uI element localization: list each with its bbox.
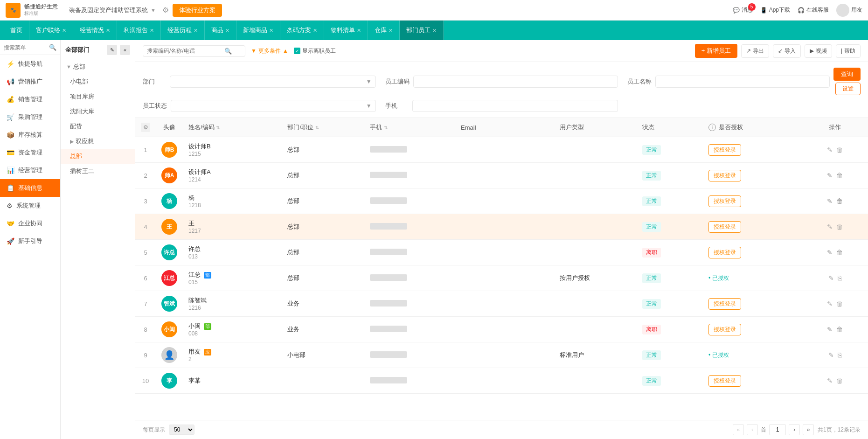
view-btn[interactable]: ▶ 视频 — [805, 44, 832, 58]
sidebar-search-input[interactable] — [4, 44, 47, 51]
tab-operation-close[interactable]: ✕ — [106, 28, 110, 34]
delete-icon-2[interactable]: 🗑 — [836, 172, 843, 179]
next-page-btn[interactable]: › — [789, 424, 800, 435]
tab-dept-employee[interactable]: 部门员工✕ — [400, 21, 444, 40]
delete-icon-5[interactable]: 🗑 — [836, 249, 843, 256]
filter-empname-input[interactable] — [655, 76, 830, 88]
auth-btn-1[interactable]: 授权登录 — [708, 144, 741, 156]
name-sort-icon[interactable]: ⇅ — [216, 125, 220, 130]
settings-gear-icon[interactable]: ⚙ — [162, 6, 169, 14]
phone-sort-icon[interactable]: ⇅ — [384, 125, 388, 130]
tree-header-edit-icon[interactable]: ✎ — [107, 45, 117, 55]
tree-header-collapse-icon[interactable]: « — [120, 45, 130, 55]
auth-btn-3[interactable]: 授权登录 — [708, 195, 741, 207]
add-employee-btn[interactable]: + 新增员工 — [695, 44, 737, 58]
help-btn[interactable]: | 帮助 — [836, 44, 861, 58]
tree-item-project[interactable]: 项目库房 — [61, 89, 135, 104]
tab-new-goods-close[interactable]: ✕ — [269, 28, 273, 34]
copy-icon-9[interactable]: ⎘ — [838, 351, 841, 359]
search-icon[interactable]: 🔍 — [224, 48, 232, 55]
col-phone-header[interactable]: 手机 ⇅ — [364, 118, 455, 137]
filter-dept-select[interactable]: ▼ — [170, 76, 376, 88]
col-name-header[interactable]: 姓名/编码 ⇅ — [183, 118, 282, 137]
tab-dept-employee-close[interactable]: ✕ — [432, 28, 437, 34]
delete-icon-3[interactable]: 🗑 — [836, 197, 843, 205]
auth-btn-2[interactable]: 授权登录 — [708, 170, 741, 181]
auth-btn-7[interactable]: 授权登录 — [708, 298, 741, 310]
per-page-select[interactable]: 50 100 — [169, 425, 194, 435]
sidebar-item-collab[interactable]: 🤝 企业协同 — [0, 215, 60, 232]
tab-bom-close[interactable]: ✕ — [357, 28, 361, 34]
tree-item-zongbu-root[interactable]: ▼ 总部 — [61, 59, 135, 74]
tab-bom[interactable]: 物料清单✕ — [324, 21, 368, 40]
tab-warehouse-close[interactable]: ✕ — [389, 28, 393, 34]
th-gear-btn[interactable]: ⚙ — [141, 123, 150, 132]
system-dropdown-arrow[interactable]: ▼ — [151, 7, 156, 13]
delete-icon-1[interactable]: 🗑 — [836, 146, 843, 153]
tab-barcode[interactable]: 条码方案✕ — [280, 21, 324, 40]
filter-phone-input[interactable] — [412, 100, 618, 112]
tab-home[interactable]: 首页 — [4, 21, 29, 40]
tab-profit[interactable]: 利润报告✕ — [117, 21, 161, 40]
tab-new-goods[interactable]: 新增商品✕ — [236, 21, 280, 40]
sidebar-item-quick-nav[interactable]: ⚡ 快捷导航 — [0, 55, 60, 73]
tab-history-close[interactable]: ✕ — [194, 28, 198, 34]
tab-operation[interactable]: 经营情况✕ — [73, 21, 117, 40]
filter-empcode-input[interactable] — [413, 76, 618, 88]
show-resigned-wrap[interactable]: ✓ 显示离职员工 — [294, 47, 336, 55]
edit-icon-4[interactable]: ✎ — [827, 223, 833, 230]
dept-sort-icon[interactable]: ⇅ — [315, 125, 319, 130]
edit-icon-9[interactable]: ✎ — [828, 351, 834, 359]
tree-item-shuangying[interactable]: ▶ 双应想 — [61, 134, 135, 149]
message-btn[interactable]: 💬 消息 5 — [733, 6, 753, 14]
sidebar-item-inventory[interactable]: 📦 库存核算 — [0, 126, 60, 144]
tree-item-peihuo[interactable]: 配货 — [61, 119, 135, 134]
tab-customer-close[interactable]: ✕ — [62, 28, 66, 34]
prev-page-btn[interactable]: ‹ — [747, 424, 758, 435]
edit-icon-5[interactable]: ✎ — [827, 249, 833, 256]
page-input[interactable] — [769, 424, 786, 435]
delete-icon-7[interactable]: 🗑 — [836, 300, 843, 307]
tab-goods[interactable]: 商品✕ — [205, 21, 236, 40]
last-page-btn[interactable]: » — [803, 424, 814, 435]
more-filter-btn[interactable]: ▼ 更多条件 ▲ — [251, 47, 288, 55]
tree-shuangying-expand[interactable]: ▶ — [70, 139, 74, 145]
tree-item-xiaodibu[interactable]: 小电部 — [61, 74, 135, 89]
sidebar-item-purchase[interactable]: 🛒 采购管理 — [0, 108, 60, 126]
edit-icon-6[interactable]: ✎ — [828, 274, 834, 282]
tab-history[interactable]: 经营历程✕ — [161, 21, 205, 40]
auth-btn-10[interactable]: 授权登录 — [708, 375, 741, 387]
delete-icon-10[interactable]: 🗑 — [836, 377, 843, 384]
sidebar-item-sales[interactable]: 💰 销售管理 — [0, 91, 60, 108]
tree-item-shenyang[interactable]: 沈阳大库 — [61, 104, 135, 119]
tab-barcode-close[interactable]: ✕ — [313, 28, 317, 34]
sidebar-item-finance[interactable]: 💳 资金管理 — [0, 144, 60, 161]
tree-item-chashuwang[interactable]: 插树王二 — [61, 164, 135, 179]
tab-goods-close[interactable]: ✕ — [225, 28, 229, 34]
auth-info-icon[interactable]: i — [708, 124, 716, 131]
sidebar-item-marketing[interactable]: 📢 营销推广 — [0, 73, 60, 91]
sidebar-item-guide[interactable]: 🚀 新手引导 — [0, 232, 60, 250]
auth-btn-5[interactable]: 授权登录 — [708, 247, 741, 258]
tab-warehouse[interactable]: 仓库✕ — [368, 21, 400, 40]
tab-customer[interactable]: 客户联络✕ — [29, 21, 73, 40]
edit-icon-1[interactable]: ✎ — [827, 146, 833, 153]
auth-btn-8[interactable]: 授权登录 — [708, 324, 741, 335]
edit-icon-8[interactable]: ✎ — [827, 326, 833, 333]
try-btn[interactable]: 体验行业方案 — [173, 4, 222, 17]
sidebar-search-icon[interactable]: 🔍 — [49, 44, 56, 51]
delete-icon-8[interactable]: 🗑 — [836, 326, 843, 333]
filter-empstatus-select[interactable]: ▼ — [171, 100, 376, 112]
import-btn[interactable]: ↙ 导入 — [773, 44, 801, 58]
sidebar-item-system[interactable]: ⚙ 系统管理 — [0, 197, 60, 215]
sidebar-item-basic-info[interactable]: 📋 基础信息 — [0, 179, 60, 197]
auth-btn-4[interactable]: 授权登录 — [708, 221, 741, 233]
sidebar-item-business[interactable]: 📊 经营管理 — [0, 161, 60, 179]
delete-icon-4[interactable]: 🗑 — [836, 223, 843, 230]
user-area[interactable]: 用友 — [836, 4, 862, 17]
online-service-btn[interactable]: 🎧 在线客服 — [798, 6, 829, 14]
edit-icon-3[interactable]: ✎ — [827, 197, 833, 205]
export-btn[interactable]: ↗ 导出 — [741, 44, 769, 58]
setting-btn[interactable]: 设置 — [835, 83, 861, 95]
show-resigned-checkbox[interactable]: ✓ — [294, 48, 300, 54]
